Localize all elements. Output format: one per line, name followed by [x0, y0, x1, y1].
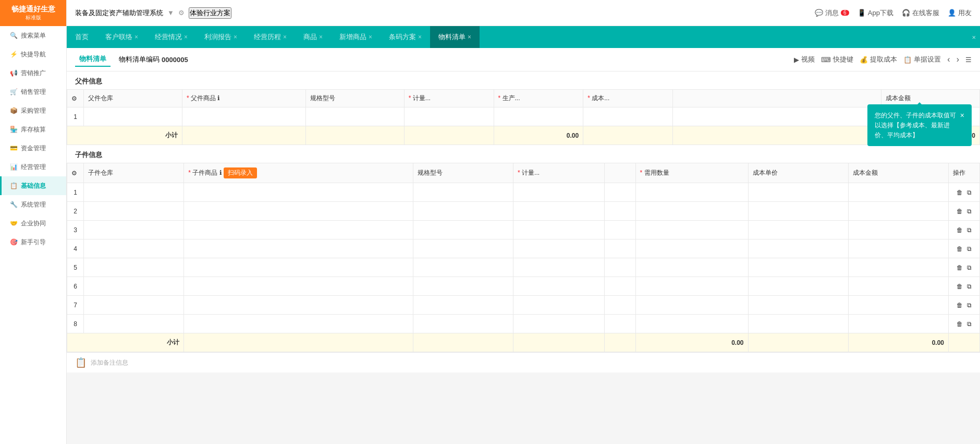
- child-row-4-warehouse[interactable]: [84, 239, 184, 258]
- child-row-6-price[interactable]: [748, 277, 848, 296]
- child-row-1-copy[interactable]: ⧉: [967, 189, 972, 196]
- child-row-3-copy[interactable]: ⧉: [967, 226, 972, 234]
- child-col-settings[interactable]: ⚙: [67, 163, 84, 183]
- tab-profit-close[interactable]: ×: [234, 33, 237, 41]
- cost-btn[interactable]: 💰 提取成本: [860, 55, 897, 64]
- child-row-7-unit[interactable]: [513, 296, 605, 315]
- child-row-5-spec[interactable]: [413, 258, 513, 277]
- tab-bom[interactable]: 物料清单 ×: [430, 26, 480, 48]
- child-row-6-spec[interactable]: [413, 277, 513, 296]
- tooltip-close-btn[interactable]: ×: [960, 110, 964, 121]
- sidebar-item-sales[interactable]: 🛒 销售管理: [0, 82, 66, 101]
- sidebar-item-system[interactable]: 🔧 系统管理: [0, 195, 66, 214]
- parent-row-1-product[interactable]: [182, 107, 306, 126]
- child-row-7-delete[interactable]: 🗑: [957, 302, 963, 309]
- child-row-7-qty[interactable]: [635, 296, 748, 315]
- arrow-prev-btn[interactable]: ‹: [947, 55, 950, 64]
- child-row-8-copy[interactable]: ⧉: [967, 320, 972, 328]
- user-item[interactable]: 👤 用友: [948, 8, 972, 18]
- child-row-3-warehouse[interactable]: [84, 221, 184, 239]
- child-row-6-delete[interactable]: 🗑: [957, 283, 963, 290]
- child-row-4-product[interactable]: [184, 239, 413, 258]
- child-row-2-unit[interactable]: [513, 202, 605, 221]
- child-row-5-qty[interactable]: [635, 258, 748, 277]
- sidebar-item-search[interactable]: 🔍 搜索菜单: [0, 26, 66, 45]
- child-row-7-spec[interactable]: [413, 296, 513, 315]
- child-row-1-delete[interactable]: 🗑: [957, 189, 963, 196]
- child-row-8-qty[interactable]: [635, 315, 748, 333]
- sidebar-item-guide[interactable]: 🎯 新手引导: [0, 233, 66, 251]
- trial-button[interactable]: 体验行业方案: [189, 7, 231, 19]
- settings-btn[interactable]: ⚙: [178, 9, 185, 17]
- tab-bom-close[interactable]: ×: [468, 33, 471, 41]
- child-row-7-warehouse[interactable]: [84, 296, 184, 315]
- child-row-2-delete[interactable]: 🗑: [957, 208, 963, 215]
- sidebar-item-enterprise[interactable]: 🤝 企业协同: [0, 214, 66, 233]
- child-row-4-copy[interactable]: ⧉: [967, 245, 972, 253]
- sidebar-item-operation[interactable]: 📊 经营管理: [0, 158, 66, 176]
- tab-home[interactable]: 首页: [67, 26, 97, 48]
- child-row-3-price[interactable]: [748, 221, 848, 239]
- child-row-2-qty[interactable]: [635, 202, 748, 221]
- child-row-1-spec[interactable]: [413, 183, 513, 202]
- sidebar-item-quick-nav[interactable]: ⚡ 快捷导航: [0, 45, 66, 64]
- sidebar-item-purchase[interactable]: 📦 采购管理: [0, 101, 66, 120]
- child-row-1-qty[interactable]: [635, 183, 748, 202]
- tab-product-close[interactable]: ×: [319, 33, 323, 41]
- message-item[interactable]: 💬 消息 6: [815, 8, 849, 18]
- child-row-2-copy[interactable]: ⧉: [967, 208, 972, 215]
- child-row-8-price[interactable]: [748, 315, 848, 333]
- shortcut-btn[interactable]: ⌨ 快捷键: [821, 55, 853, 64]
- child-row-7-price[interactable]: [748, 296, 848, 315]
- child-row-4-delete[interactable]: 🗑: [957, 245, 963, 253]
- sub-tab-bom-list[interactable]: 物料清单: [75, 52, 111, 67]
- child-row-5-product[interactable]: [184, 258, 413, 277]
- child-row-1-unit[interactable]: [513, 183, 605, 202]
- child-row-2-price[interactable]: [748, 202, 848, 221]
- child-row-8-warehouse[interactable]: [84, 315, 184, 333]
- video-btn[interactable]: ▶ 视频: [794, 55, 815, 64]
- tab-operation-status-close[interactable]: ×: [184, 33, 188, 41]
- child-row-6-qty[interactable]: [635, 277, 748, 296]
- scan-btn[interactable]: 扫码录入: [224, 167, 257, 178]
- online-service-item[interactable]: 🎧 在线客服: [902, 8, 939, 18]
- tab-new-product[interactable]: 新增商品 ×: [331, 26, 381, 48]
- tab-new-product-close[interactable]: ×: [369, 33, 372, 41]
- child-row-4-unit[interactable]: [513, 239, 605, 258]
- sidebar-item-finance[interactable]: 💳 资金管理: [0, 139, 66, 158]
- parent-row-1-production[interactable]: [494, 107, 583, 126]
- child-row-8-delete[interactable]: 🗑: [957, 320, 963, 328]
- child-row-4-price[interactable]: [748, 239, 848, 258]
- sidebar-item-marketing[interactable]: 📢 营销推广: [0, 64, 66, 82]
- child-row-2-spec[interactable]: [413, 202, 513, 221]
- child-row-6-copy[interactable]: ⧉: [967, 283, 972, 290]
- child-row-1-price[interactable]: [748, 183, 848, 202]
- child-row-3-spec[interactable]: [413, 221, 513, 239]
- child-row-3-delete[interactable]: 🗑: [957, 226, 963, 234]
- child-row-3-product[interactable]: [184, 221, 413, 239]
- child-row-8-product[interactable]: [184, 315, 413, 333]
- child-row-2-warehouse[interactable]: [84, 202, 184, 221]
- arrow-next-btn[interactable]: ›: [957, 55, 959, 64]
- sidebar-item-basic-info[interactable]: 📋 基础信息: [0, 176, 66, 195]
- child-row-2-product[interactable]: [184, 202, 413, 221]
- tab-product[interactable]: 商品 ×: [295, 26, 331, 48]
- parent-row-1-unit[interactable]: [404, 107, 494, 126]
- tab-barcode[interactable]: 条码方案 ×: [381, 26, 430, 48]
- child-row-3-unit[interactable]: [513, 221, 605, 239]
- sidebar-item-inventory[interactable]: 🏪 库存核算: [0, 120, 66, 139]
- tab-barcode-close[interactable]: ×: [418, 33, 422, 41]
- child-row-4-qty[interactable]: [635, 239, 748, 258]
- child-row-4-spec[interactable]: [413, 239, 513, 258]
- child-row-5-unit[interactable]: [513, 258, 605, 277]
- child-row-1-warehouse[interactable]: [84, 183, 184, 202]
- child-row-7-copy[interactable]: ⧉: [967, 302, 972, 309]
- tab-operation-status[interactable]: 经营情况 ×: [146, 26, 196, 48]
- tab-history[interactable]: 经营历程 ×: [246, 26, 295, 48]
- parent-row-1-warehouse[interactable]: [84, 107, 182, 126]
- parent-row-1-cost[interactable]: [583, 107, 673, 126]
- app-download-item[interactable]: 📱 App下载: [858, 8, 893, 18]
- parent-col-settings[interactable]: ⚙: [67, 90, 84, 107]
- child-row-1-product[interactable]: [184, 183, 413, 202]
- child-row-8-spec[interactable]: [413, 315, 513, 333]
